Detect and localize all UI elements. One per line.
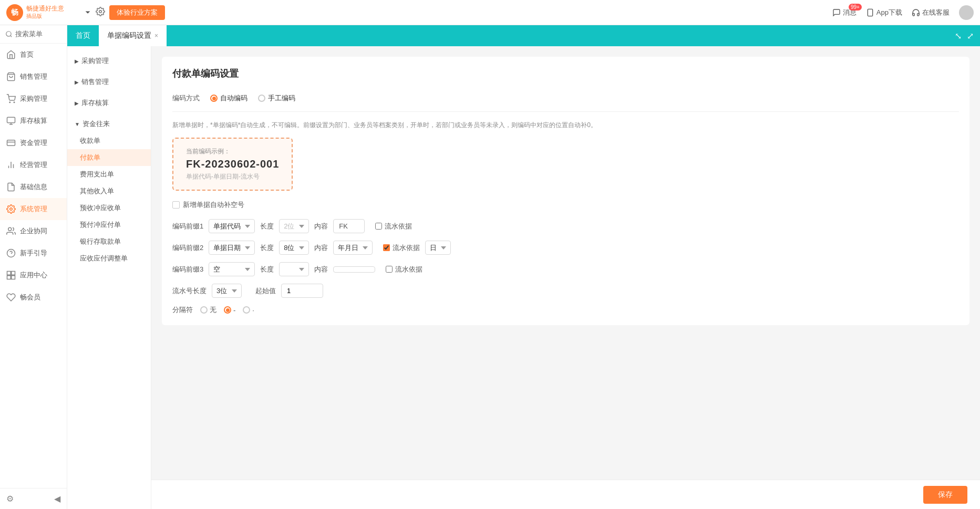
- serial-len-select[interactable]: 3位 4位 5位 6位: [212, 284, 242, 298]
- svg-point-17: [8, 227, 12, 231]
- tab-bar-actions: ⤡ ⤢: [955, 31, 980, 41]
- water2-label: 流水依据: [393, 243, 420, 253]
- second-sidebar-inventory: ▶ 库存核算: [67, 92, 151, 113]
- sidebar-item-finance[interactable]: 资金管理: [0, 132, 67, 154]
- second-sidebar-purchase: ▶ 采购管理: [67, 50, 151, 71]
- prefix3-select[interactable]: 空 单据代码 部门: [209, 262, 255, 276]
- sidebar-item-home[interactable]: 首页: [0, 44, 67, 66]
- start-val-input[interactable]: [281, 284, 323, 298]
- coding-method-row: 编码方式 自动编码 手工编码: [172, 88, 959, 112]
- main-sidebar: 搜索菜单 首页 销售管理 采购管理 库存核算 资金管理 经营管理 基础信息 系统…: [0, 25, 67, 509]
- content2-select[interactable]: 年月日 年月 年: [333, 241, 373, 255]
- tab-close-icon[interactable]: ×: [154, 32, 158, 39]
- bottom-bar: 保存: [67, 480, 980, 509]
- settings-card: 付款单编码设置 编码方式 自动编码 手工编码 新增单据时，*单据编码*自动生成，…: [162, 57, 969, 325]
- second-sidebar-prepay-payable[interactable]: 预付冲应付单: [67, 216, 151, 233]
- sidebar-item-operations[interactable]: 经营管理: [0, 154, 67, 176]
- second-sidebar-sales: ▶ 销售管理: [67, 71, 151, 92]
- svg-rect-11: [7, 140, 15, 146]
- second-sidebar-header-finance[interactable]: ▼ 资金往来: [67, 116, 151, 132]
- second-sidebar-other-income[interactable]: 其他收入单: [67, 183, 151, 200]
- second-sidebar-header-sales[interactable]: ▶ 销售管理: [67, 74, 151, 90]
- sidebar-item-basic[interactable]: 基础信息: [0, 176, 67, 198]
- tab-restore-icon[interactable]: ⤡: [955, 31, 962, 41]
- nav-controls: 体验行业方案: [84, 5, 165, 20]
- tab-maximize-icon[interactable]: ⤢: [967, 31, 974, 41]
- length2-select[interactable]: 8位 4位 6位: [279, 241, 309, 255]
- sidebar-item-member[interactable]: 畅会员: [0, 286, 67, 308]
- water3-checkbox[interactable]: [386, 266, 393, 273]
- svg-point-0: [99, 11, 102, 13]
- second-sidebar-bank-deposit[interactable]: 银行存取款单: [67, 233, 151, 250]
- save-button[interactable]: 保存: [923, 486, 967, 504]
- sep-dash-option[interactable]: -: [224, 306, 235, 314]
- sidebar-item-purchase[interactable]: 采购管理: [0, 88, 67, 110]
- auto-fill-checkbox[interactable]: [172, 201, 180, 209]
- top-navigation: 畅 畅捷通好生意 插品版 体验行业方案 消息 99+ App下载 在线: [0, 0, 980, 25]
- sidebar-settings-icon[interactable]: ⚙: [6, 494, 14, 504]
- second-sidebar-header-inventory[interactable]: ▶ 库存核算: [67, 95, 151, 111]
- sep-dot-char: ·: [252, 306, 254, 314]
- length3-select[interactable]: 2位 4位: [279, 262, 309, 276]
- prefix1-row: 编码前缀1 单据代码 部门 业务员 空 长度 2位 4位 6位 8位 内容 FK: [172, 219, 959, 233]
- sep-none-option[interactable]: 无: [200, 305, 216, 315]
- svg-point-3: [6, 32, 11, 36]
- auto-code-radio-circle: [210, 95, 218, 102]
- user-avatar[interactable]: [959, 5, 974, 20]
- second-sidebar-finance: ▼ 资金往来 收款单 付款单 费用支出单 其他收入单 预收冲应收单 预付冲应付单…: [67, 113, 151, 269]
- manual-code-radio-circle: [258, 95, 265, 102]
- sidebar-item-inventory[interactable]: 库存核算: [0, 110, 67, 132]
- water2-period-select[interactable]: 日 月 年: [425, 241, 451, 255]
- trial-button[interactable]: 体验行业方案: [109, 5, 165, 20]
- code-example-box: 当前编码示例： FK-20230602-001 单据代码-单据日期-流水号: [172, 138, 293, 191]
- length1-select[interactable]: 2位 4位 6位 8位: [279, 219, 309, 233]
- tab-bar: 首页 单据编码设置 × ⤡ ⤢: [67, 25, 980, 46]
- sidebar-item-appstore[interactable]: 应用中心: [0, 264, 67, 286]
- auto-code-radio[interactable]: 自动编码: [210, 94, 247, 103]
- info-text: 新增单据时，*单据编码*自动生成，不可编辑。前缀设置为部门、业务员等档案类别，开…: [172, 120, 959, 130]
- sidebar-item-system[interactable]: 系统管理: [0, 198, 67, 220]
- svg-rect-1: [868, 9, 872, 16]
- app-download-button[interactable]: App下载: [866, 8, 902, 17]
- second-sidebar-expense[interactable]: 费用支出单: [67, 166, 151, 183]
- sidebar-item-enterprise[interactable]: 企业协同: [0, 220, 67, 242]
- tab-settings[interactable]: 单据编码设置 ×: [99, 25, 167, 46]
- settings-icon[interactable]: [96, 7, 105, 18]
- message-button[interactable]: 消息 99+: [832, 8, 857, 17]
- svg-rect-23: [12, 276, 15, 279]
- water1-checkbox-group: 流水依据: [375, 222, 412, 231]
- auto-fill-row: 新增单据自动补空号: [172, 200, 959, 210]
- nav-dropdown[interactable]: [84, 9, 91, 16]
- svg-line-4: [11, 36, 12, 37]
- water1-label: 流水依据: [385, 222, 412, 231]
- second-sidebar-payment[interactable]: 付款单: [67, 149, 151, 166]
- search-menu[interactable]: 搜索菜单: [0, 25, 67, 44]
- water3-label: 流水依据: [395, 265, 422, 274]
- sidebar-collapse-icon[interactable]: ◀: [54, 494, 60, 504]
- prefix1-select[interactable]: 单据代码 部门 业务员 空: [209, 219, 255, 233]
- second-sidebar-receipt[interactable]: 收款单: [67, 132, 151, 149]
- online-service-button[interactable]: 在线客服: [912, 8, 950, 17]
- top-right-area: 消息 99+ App下载 在线客服: [832, 5, 974, 20]
- sep-dot-option[interactable]: ·: [243, 306, 254, 314]
- logo-area: 畅 畅捷通好生意 插品版: [6, 4, 74, 21]
- sidebar-item-newbie[interactable]: 新手引导: [0, 242, 67, 264]
- manual-code-radio[interactable]: 手工编码: [258, 94, 295, 103]
- svg-rect-21: [12, 272, 15, 275]
- svg-point-7: [14, 102, 15, 103]
- page-title: 付款单编码设置: [172, 67, 959, 80]
- sidebar-item-sales[interactable]: 销售管理: [0, 66, 67, 88]
- water3-checkbox-group: 流水依据: [386, 265, 422, 274]
- prefix2-select[interactable]: 单据日期 单据代码 部门 空: [209, 241, 255, 255]
- second-sidebar-ar-ap-adjust[interactable]: 应收应付调整单: [67, 250, 151, 267]
- tab-home[interactable]: 首页: [67, 25, 99, 46]
- svg-point-16: [10, 208, 13, 211]
- second-sidebar-prepay-receivable[interactable]: 预收冲应收单: [67, 200, 151, 216]
- second-sidebar-header-purchase[interactable]: ▶ 采购管理: [67, 53, 151, 69]
- prefix3-row: 编码前缀3 空 单据代码 部门 长度 2位 4位 内容 流水依据: [172, 262, 959, 276]
- content1-value: FK: [333, 219, 365, 233]
- water1-checkbox[interactable]: [375, 223, 382, 230]
- prefix2-row: 编码前缀2 单据日期 单据代码 部门 空 长度 8位 4位 6位 内容 年月日 …: [172, 241, 959, 255]
- logo-icon: 畅: [6, 4, 23, 21]
- water2-checkbox[interactable]: [383, 244, 390, 251]
